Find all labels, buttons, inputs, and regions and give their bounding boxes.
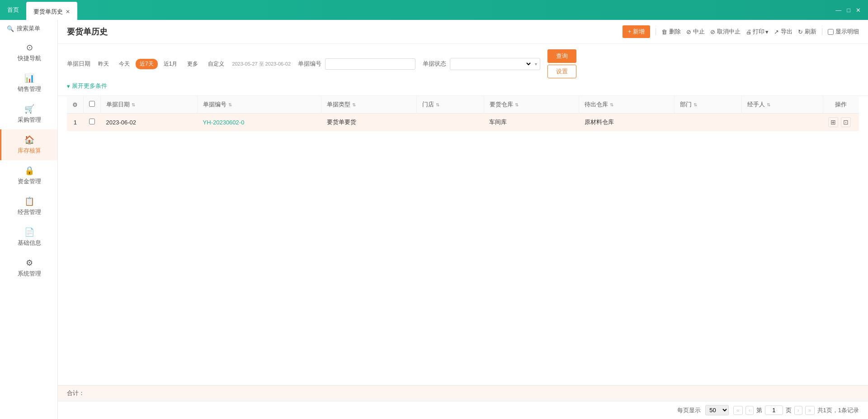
column-settings-icon[interactable]: ⚙ bbox=[72, 101, 78, 108]
delete-button[interactable]: 🗑 删除 bbox=[661, 28, 681, 36]
doc-status-select-wrap: ▾ bbox=[450, 58, 540, 70]
sidebar-item-sales[interactable]: 📊 销售管理 bbox=[0, 68, 57, 99]
query-button[interactable]: 查询 bbox=[547, 49, 576, 63]
page-size-select[interactable]: 50 10 20 100 bbox=[705, 405, 729, 415]
delete-icon: 🗑 bbox=[661, 29, 667, 35]
th-number: 单据编号 ⇅ bbox=[198, 96, 321, 114]
row-number: YH-20230602-0 bbox=[198, 114, 321, 131]
new-button[interactable]: + 新增 bbox=[623, 25, 650, 38]
select-all-checkbox[interactable] bbox=[89, 101, 95, 107]
content-area: 要货单历史 + 新增 🗑 删除 ⊘ 中止 ⊘ 取消中止 🖨 打 bbox=[58, 20, 868, 419]
th-type: 单据类型 ⇅ bbox=[321, 96, 417, 114]
table-head: ⚙ 单据日期 ⇅ 单据编号 bbox=[67, 96, 859, 114]
pagination-bar: 每页显示 50 10 20 100 « ‹ 第 页 › » 共1页，1条记录 bbox=[58, 401, 868, 419]
inventory-icon: 🏠 bbox=[24, 135, 34, 145]
prev-page-button[interactable]: ‹ bbox=[745, 406, 754, 415]
data-table: ⚙ 单据日期 ⇅ 单据编号 bbox=[67, 96, 859, 131]
top-bar: 首页 要货单历史 ✕ — □ ✕ bbox=[0, 0, 868, 20]
stop-button[interactable]: ⊘ 中止 bbox=[686, 28, 705, 36]
doc-status-arrow-icon: ▾ bbox=[532, 60, 540, 68]
first-page-button[interactable]: « bbox=[733, 406, 743, 415]
handler-sort-icon: ⇅ bbox=[767, 102, 770, 107]
page-navigation: « ‹ 第 页 › » 共1页，1条记录 bbox=[733, 405, 859, 415]
sidebar-item-system[interactable]: ⚙ 系统管理 bbox=[0, 252, 57, 283]
sidebar-item-basic-info[interactable]: 📄 基础信息 bbox=[0, 222, 57, 252]
summary-bar: 合计： bbox=[58, 385, 868, 401]
sidebar-item-inventory[interactable]: 🏠 库存核算 bbox=[0, 129, 57, 160]
filter-row-1: 单据日期 昨天 今天 近7天 近1月 更多 自定义 2023-05-27 至 2… bbox=[67, 49, 859, 78]
export-button[interactable]: ↗ 导出 bbox=[774, 28, 793, 36]
last-page-button[interactable]: » bbox=[805, 406, 815, 415]
th-settings[interactable]: ⚙ bbox=[67, 96, 84, 114]
row-view-button[interactable]: ⊞ bbox=[828, 117, 838, 127]
date-filter-group: 单据日期 昨天 今天 近7天 近1月 更多 自定义 2023-05-27 至 2… bbox=[67, 59, 291, 69]
stop-icon: ⊘ bbox=[686, 29, 691, 35]
close-window-icon[interactable]: ✕ bbox=[856, 7, 861, 14]
header-actions: + 新增 🗑 删除 ⊘ 中止 ⊘ 取消中止 🖨 打印 ▾ bbox=[623, 25, 859, 38]
row-select-checkbox[interactable] bbox=[89, 119, 95, 124]
sidebar-search[interactable]: 🔍 搜索菜单 bbox=[0, 20, 57, 37]
sidebar-item-finance[interactable]: 🔒 资金管理 bbox=[0, 160, 57, 191]
print-dropdown-icon: ▾ bbox=[765, 29, 769, 35]
date-btn-today[interactable]: 今天 bbox=[115, 59, 134, 69]
refresh-button[interactable]: ↻ 刷新 bbox=[798, 28, 816, 36]
cancel-stop-button[interactable]: ⊘ 取消中止 bbox=[710, 28, 741, 36]
next-page-button[interactable]: › bbox=[794, 406, 802, 415]
date-sort-icon: ⇅ bbox=[132, 102, 135, 107]
doc-status-label: 单据状态 bbox=[423, 60, 446, 68]
th-store: 门店 ⇅ bbox=[416, 96, 484, 114]
display-detail-checkbox[interactable] bbox=[828, 29, 834, 35]
page-size-label: 每页显示 bbox=[677, 406, 701, 414]
date-btn-custom[interactable]: 自定义 bbox=[204, 59, 228, 69]
filter-bar: 单据日期 昨天 今天 近7天 近1月 更多 自定义 2023-05-27 至 2… bbox=[58, 44, 868, 96]
print-button[interactable]: 🖨 打印 ▾ bbox=[746, 28, 769, 36]
setting-button[interactable]: 设置 bbox=[547, 65, 576, 78]
doc-number-input[interactable] bbox=[325, 58, 415, 70]
date-btn-7days[interactable]: 近7天 bbox=[136, 59, 158, 69]
expand-more-button[interactable]: ▾ 展开更多条件 bbox=[67, 82, 859, 90]
th-pending-warehouse-sort[interactable]: 待出仓库 ⇅ bbox=[585, 100, 669, 109]
sales-icon: 📊 bbox=[24, 73, 34, 83]
display-detail-toggle[interactable]: 显示明细 bbox=[828, 28, 859, 36]
close-tab-icon[interactable]: ✕ bbox=[66, 9, 70, 15]
th-req-warehouse-sort[interactable]: 要货仓库 ⇅ bbox=[490, 100, 574, 109]
th-req-warehouse: 要货仓库 ⇅ bbox=[484, 96, 579, 114]
th-date-sort[interactable]: 单据日期 ⇅ bbox=[106, 100, 192, 109]
th-type-sort[interactable]: 单据类型 ⇅ bbox=[327, 100, 411, 109]
th-store-sort[interactable]: 门店 ⇅ bbox=[422, 100, 478, 109]
th-handler-sort[interactable]: 经手人 ⇅ bbox=[747, 100, 817, 109]
date-btn-yesterday[interactable]: 昨天 bbox=[94, 59, 113, 69]
req-warehouse-sort-icon: ⇅ bbox=[515, 102, 519, 107]
system-icon: ⚙ bbox=[26, 258, 33, 268]
sidebar-item-quick-nav[interactable]: ⊙ 快捷导航 bbox=[0, 37, 57, 68]
page-number-input[interactable] bbox=[765, 405, 783, 415]
sidebar: 🔍 搜索菜单 ⊙ 快捷导航 📊 销售管理 🛒 采购管理 🏠 库存核算 🔒 资金管… bbox=[0, 20, 58, 419]
sidebar-item-operations[interactable]: 📋 经营管理 bbox=[0, 191, 57, 222]
table-row: 1 2023-06-02 YH-20230602-0 要货单要货 车间库 原材料… bbox=[67, 114, 859, 131]
row-department bbox=[674, 114, 741, 131]
row-type: 要货单要货 bbox=[321, 114, 417, 131]
date-btn-1month[interactable]: 近1月 bbox=[160, 59, 182, 69]
minimize-icon[interactable]: — bbox=[835, 7, 841, 14]
table-body: 1 2023-06-02 YH-20230602-0 要货单要货 车间库 原材料… bbox=[67, 114, 859, 131]
table-header-row: ⚙ 单据日期 ⇅ 单据编号 bbox=[67, 96, 859, 114]
th-department-sort[interactable]: 部门 ⇅ bbox=[680, 100, 736, 109]
maximize-icon[interactable]: □ bbox=[847, 7, 850, 14]
table-wrapper: ⚙ 单据日期 ⇅ 单据编号 bbox=[58, 96, 868, 385]
row-edit-button[interactable]: ⊡ bbox=[841, 117, 851, 127]
row-pending-warehouse: 原材料仓库 bbox=[579, 114, 675, 131]
page-title: 要货单历史 bbox=[67, 26, 108, 37]
date-btn-more[interactable]: 更多 bbox=[183, 59, 202, 69]
row-number-link[interactable]: YH-20230602-0 bbox=[203, 119, 245, 126]
doc-status-select[interactable] bbox=[450, 58, 532, 70]
doc-number-filter-group: 单据编号 bbox=[298, 58, 415, 70]
sidebar-item-purchase[interactable]: 🛒 采购管理 bbox=[0, 99, 57, 129]
window-controls: — □ ✕ bbox=[835, 7, 868, 14]
tab-requisition-history[interactable]: 要货单历史 ✕ bbox=[26, 2, 77, 22]
tab-home[interactable]: 首页 bbox=[0, 0, 26, 20]
th-number-sort[interactable]: 单据编号 ⇅ bbox=[203, 100, 316, 109]
row-store bbox=[416, 114, 484, 131]
filter-action-buttons: 查询 设置 bbox=[547, 49, 576, 78]
department-sort-icon: ⇅ bbox=[693, 102, 697, 107]
summary-label: 合计： bbox=[67, 390, 85, 396]
